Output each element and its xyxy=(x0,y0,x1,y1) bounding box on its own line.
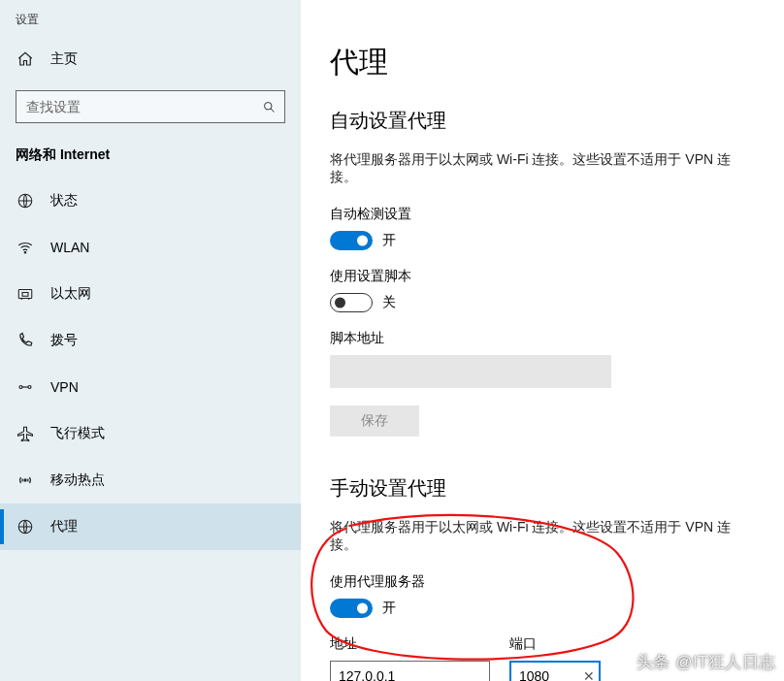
vpn-icon xyxy=(16,377,35,397)
sidebar-item-dialup[interactable]: 拨号 xyxy=(0,317,301,364)
svg-point-7 xyxy=(24,479,26,481)
sidebar-item-proxy[interactable]: 代理 xyxy=(0,503,301,550)
wifi-icon xyxy=(16,238,35,257)
airplane-icon xyxy=(16,424,35,443)
svg-point-5 xyxy=(19,386,22,389)
home-icon xyxy=(16,49,35,69)
proxy-icon xyxy=(16,517,35,536)
proxy-address-input[interactable] xyxy=(330,661,490,681)
auto-detect-toggle[interactable] xyxy=(330,231,373,250)
svg-rect-3 xyxy=(18,290,32,299)
phone-icon xyxy=(16,331,35,350)
ethernet-icon xyxy=(16,284,35,304)
script-address-input[interactable] xyxy=(330,355,611,388)
auto-proxy-desc: 将代理服务器用于以太网或 Wi-Fi 连接。这些设置不适用于 VPN 连接。 xyxy=(330,151,755,186)
sidebar-item-label: VPN xyxy=(50,379,79,395)
sidebar: 设置 主页 网络和 Internet 状态 WLAN xyxy=(0,0,301,681)
svg-point-2 xyxy=(24,252,26,254)
svg-point-6 xyxy=(28,386,31,389)
port-label: 端口 xyxy=(509,635,601,653)
sidebar-item-label: 状态 xyxy=(50,192,78,210)
use-proxy-label: 使用代理服务器 xyxy=(330,573,755,591)
home-link[interactable]: 主页 xyxy=(0,36,301,82)
use-script-label: 使用设置脚本 xyxy=(330,268,755,285)
sidebar-item-airplane-mode[interactable]: 飞行模式 xyxy=(0,410,301,457)
use-proxy-toggle[interactable] xyxy=(330,599,373,618)
search-box[interactable] xyxy=(16,90,285,123)
script-address-label: 脚本地址 xyxy=(330,330,755,347)
page-title: 代理 xyxy=(330,43,755,82)
auto-proxy-heading: 自动设置代理 xyxy=(330,108,755,134)
sidebar-item-label: 代理 xyxy=(50,518,78,535)
sidebar-item-label: 飞行模式 xyxy=(50,425,105,442)
watermark: 头条 @IT狂人日志 xyxy=(637,651,776,673)
sidebar-item-status[interactable]: 状态 xyxy=(0,178,301,224)
sidebar-item-vpn[interactable]: VPN xyxy=(0,364,301,410)
address-label: 地址 xyxy=(330,635,490,653)
status-icon xyxy=(16,191,35,211)
sidebar-item-wlan[interactable]: WLAN xyxy=(0,224,301,271)
svg-rect-4 xyxy=(22,293,28,297)
sidebar-item-mobile-hotspot[interactable]: 移动热点 xyxy=(0,457,301,503)
sidebar-item-label: 拨号 xyxy=(50,332,78,349)
use-script-state: 关 xyxy=(382,294,396,311)
clear-icon[interactable]: ✕ xyxy=(583,668,595,681)
search-icon[interactable] xyxy=(253,100,284,114)
auto-detect-state: 开 xyxy=(382,232,396,249)
manual-proxy-desc: 将代理服务器用于以太网或 Wi-Fi 连接。这些设置不适用于 VPN 连接。 xyxy=(330,519,755,554)
svg-point-0 xyxy=(264,102,272,110)
category-title: 网络和 Internet xyxy=(0,139,301,178)
auto-detect-label: 自动检测设置 xyxy=(330,206,755,223)
window-title: 设置 xyxy=(0,12,301,36)
home-label: 主页 xyxy=(50,50,78,68)
use-proxy-state: 开 xyxy=(382,600,396,617)
sidebar-item-label: 移动热点 xyxy=(50,471,105,489)
main-content: 代理 自动设置代理 将代理服务器用于以太网或 Wi-Fi 连接。这些设置不适用于… xyxy=(301,0,784,681)
sidebar-item-label: 以太网 xyxy=(50,285,91,303)
use-script-toggle[interactable] xyxy=(330,293,373,312)
hotspot-icon xyxy=(16,470,35,490)
search-input[interactable] xyxy=(16,99,253,114)
sidebar-item-ethernet[interactable]: 以太网 xyxy=(0,271,301,317)
sidebar-item-label: WLAN xyxy=(50,240,89,255)
manual-proxy-heading: 手动设置代理 xyxy=(330,475,755,502)
save-button[interactable]: 保存 xyxy=(330,405,419,437)
